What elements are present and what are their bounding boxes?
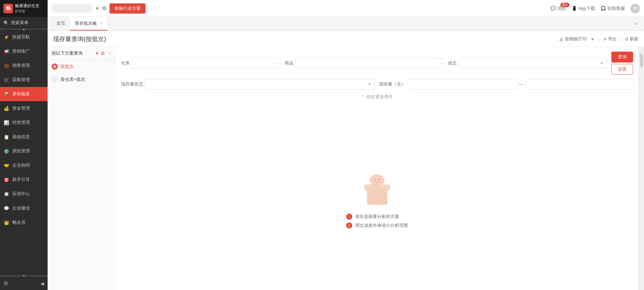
sidebar-item-system[interactable]: ⚙️ 系统管理 bbox=[0, 144, 48, 158]
divider1: | bbox=[598, 37, 599, 42]
print-icon: 🖨 bbox=[559, 37, 563, 42]
inventory-main-to-input[interactable] bbox=[525, 79, 633, 90]
template-print-btn[interactable]: 🖨 按模板打印 bbox=[559, 36, 587, 42]
collapse-filter-btn[interactable]: ⌃ 收起更多条件 bbox=[121, 92, 633, 101]
app-edition: 标准版 bbox=[15, 9, 39, 14]
purchase-icon: 🛒 bbox=[3, 77, 10, 83]
sidebar-item-inventory[interactable]: 📦 库存核算 bbox=[0, 87, 48, 101]
app-download-btn[interactable]: 📱 App下载 bbox=[572, 5, 595, 12]
topbar-left: ▼ ⚙ 体验行业方案 bbox=[52, 3, 547, 14]
app-download-label: App下载 bbox=[578, 5, 595, 12]
warehouse-input[interactable] bbox=[132, 58, 281, 69]
system-icon: ⚙️ bbox=[3, 148, 10, 154]
topbar-gear-icon[interactable]: ⚙ bbox=[102, 5, 107, 12]
sidebar-item-finance[interactable]: 💰 资金管理 bbox=[0, 101, 48, 115]
status-select[interactable]: ▼ bbox=[459, 58, 607, 69]
app-center-icon: 🔲 bbox=[3, 191, 10, 197]
inventory-status-label: 现存量状态 bbox=[121, 81, 143, 87]
scroll-thumb bbox=[640, 54, 643, 67]
sidebar-item-purchase[interactable]: 🛒 采购管理 bbox=[0, 73, 48, 87]
export-label: 导出 bbox=[608, 36, 617, 42]
sidebar-item-enterprise-wechat[interactable]: 💬 企业微信 bbox=[0, 201, 48, 215]
sidebar-item-sales[interactable]: 💼 销售管理 bbox=[0, 58, 48, 73]
topbar-right: 💬 消息 99+ 📱 App下载 🎧 在线客服 Rit bbox=[550, 4, 640, 13]
inventory-icon: 📦 bbox=[3, 91, 10, 97]
refresh-btn[interactable]: ↺ 刷新 bbox=[625, 36, 639, 42]
scheme-settings-icon[interactable]: ⚙ bbox=[101, 51, 105, 56]
inventory-status-select[interactable]: ▼ bbox=[145, 79, 375, 90]
svg-point-6 bbox=[374, 179, 376, 181]
online-service-btn[interactable]: 🎧 在线客服 bbox=[600, 5, 625, 12]
sidebar-item-label: 采购管理 bbox=[12, 77, 30, 83]
refresh-icon: ↺ bbox=[625, 37, 628, 42]
svg-point-1 bbox=[54, 66, 55, 67]
filter-row-2: 现存量状态 ▼ 现存量（主） — bbox=[121, 79, 633, 90]
product-input[interactable] bbox=[295, 58, 444, 69]
filter-area: 仓库 ··· 商品 ··· bbox=[116, 47, 639, 106]
left-panel: 按以下方案查询 + ⚙ 《 按批次 bbox=[48, 47, 116, 290]
template-print-label: 按模板打印 bbox=[565, 36, 587, 42]
topbar-search-input[interactable] bbox=[52, 4, 92, 13]
trial-btn[interactable]: 体验行业方案 bbox=[109, 3, 146, 14]
tab-home[interactable]: 首页 bbox=[52, 17, 70, 31]
right-scrollbar[interactable] bbox=[639, 47, 644, 290]
sidebar-item-label: 基础信息 bbox=[12, 134, 30, 140]
empty-svg bbox=[357, 167, 397, 208]
empty-illustration bbox=[357, 167, 397, 208]
step-2-text: 用过滤条件来缩小分析范围 bbox=[355, 222, 408, 229]
right-panel: 仓库 ··· 商品 ··· bbox=[116, 47, 639, 290]
collapse-panel-icon[interactable]: 《 bbox=[107, 51, 111, 56]
refresh-label: 刷新 bbox=[630, 36, 639, 42]
step-1-text: 请先选择要分析的方案 bbox=[355, 214, 399, 220]
sidebar-item-vip[interactable]: 👑 畅会员 bbox=[0, 215, 48, 230]
scheme-item-by-batch[interactable]: 按批次 bbox=[48, 60, 115, 73]
product-label: 商品 bbox=[285, 60, 293, 66]
enterprise-wechat-icon: 💬 bbox=[3, 205, 10, 211]
scheme-active-dot bbox=[52, 64, 58, 70]
messages-btn[interactable]: 💬 消息 99+ bbox=[550, 5, 566, 12]
inventory-main-label: 现存量（主） bbox=[379, 81, 406, 87]
status-label: 状态 bbox=[448, 60, 457, 66]
scheme-item-by-warehouse-batch[interactable]: 按仓库+批次 bbox=[48, 73, 115, 86]
tab-close-icon[interactable]: × bbox=[100, 21, 103, 26]
sales-icon: 💼 bbox=[3, 62, 10, 69]
messages-badge: 99+ bbox=[560, 3, 570, 7]
sidebar-item-label: 企业微信 bbox=[12, 205, 30, 211]
main-area: ▼ ⚙ 体验行业方案 💬 消息 99+ 📱 App下载 🎧 在线客服 Rit bbox=[48, 0, 644, 290]
filter-inventory-status: 现存量状态 ▼ bbox=[121, 79, 375, 90]
basic-icon: 📋 bbox=[3, 134, 10, 140]
step-2-num: 2 bbox=[346, 222, 352, 229]
sidebar-item-enterprise[interactable]: 🤝 企业协同 bbox=[0, 158, 48, 173]
tab-panel-close-icon[interactable]: × bbox=[632, 18, 640, 29]
sidebar-item-app-center[interactable]: 🔲 应用中心 bbox=[0, 187, 48, 201]
settings-btn[interactable]: 设置 bbox=[611, 64, 633, 75]
app-title: 畅康通好生意 bbox=[15, 3, 39, 9]
user-avatar[interactable]: Rit bbox=[630, 4, 640, 13]
export-btn[interactable]: ↗ 导出 bbox=[603, 36, 617, 42]
print-dropdown-icon[interactable]: ▼ bbox=[590, 37, 595, 42]
topbar-dropdown-icon[interactable]: ▼ bbox=[95, 6, 99, 11]
sidebar-item-label: 系统管理 bbox=[12, 148, 30, 154]
status-select-arrow-icon: ▼ bbox=[600, 61, 604, 65]
inventory-main-from-input[interactable] bbox=[408, 79, 516, 90]
sidebar-item-basic[interactable]: 📋 基础信息 bbox=[0, 130, 48, 144]
sidebar-item-operations[interactable]: 📊 经营管理 bbox=[0, 115, 48, 130]
sidebar-item-marketing[interactable]: 📢 营销推广 bbox=[0, 44, 48, 58]
sidebar-collapse-icon[interactable]: ◀ bbox=[40, 281, 44, 286]
product-dots-btn[interactable]: ··· bbox=[439, 61, 442, 66]
scheme-by-batch-label: 按批次 bbox=[61, 64, 74, 70]
sidebar-search[interactable]: 🔍 搜索菜单 bbox=[0, 17, 48, 29]
add-scheme-icon[interactable]: + bbox=[96, 50, 99, 56]
sidebar-item-quick-nav[interactable]: ⚡ 快捷导航 bbox=[0, 30, 48, 44]
sidebar-settings-icon[interactable]: ⚙ bbox=[3, 280, 8, 287]
tab-batch-account[interactable]: 库存批次账 × bbox=[70, 17, 107, 31]
sidebar-item-newbie[interactable]: 🎯 新手引导 bbox=[0, 173, 48, 187]
sidebar-item-label: 销售管理 bbox=[12, 62, 30, 69]
warehouse-dots-btn[interactable]: ··· bbox=[276, 61, 279, 66]
vip-icon: 👑 bbox=[3, 219, 10, 225]
tab-home-label: 首页 bbox=[56, 20, 65, 26]
sidebar-item-label: 畅会员 bbox=[12, 219, 26, 225]
empty-steps: 1 请先选择要分析的方案 2 用过滤条件来缩小分析范围 bbox=[346, 214, 408, 229]
query-btn[interactable]: 查询 bbox=[611, 52, 633, 62]
filter-inventory-main: 现存量（主） — bbox=[379, 79, 633, 90]
